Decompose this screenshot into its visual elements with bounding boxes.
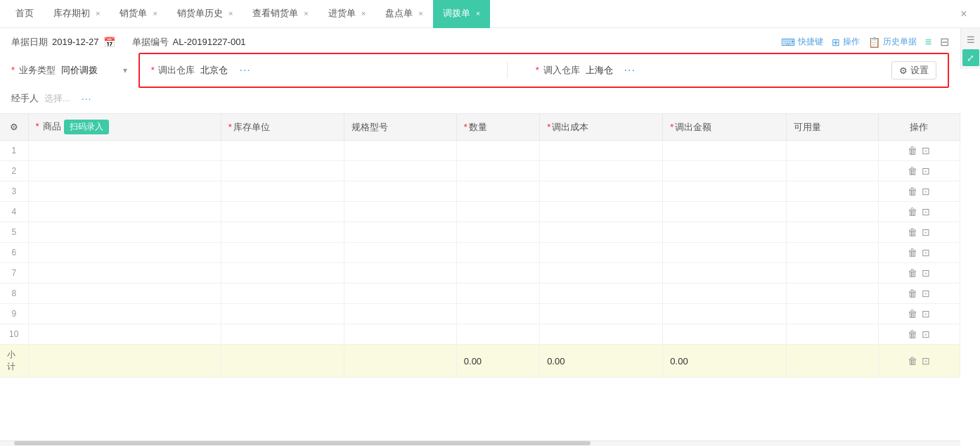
- qty-cell[interactable]: [456, 141, 539, 161]
- cost-cell[interactable]: [540, 304, 663, 324]
- warehouse-out-value[interactable]: 北京仓: [200, 64, 228, 77]
- cost-cell[interactable]: [540, 161, 663, 181]
- qty-cell[interactable]: [456, 181, 539, 202]
- unit-cell[interactable]: [221, 324, 344, 345]
- unit-cell[interactable]: [221, 181, 344, 202]
- unit-cell[interactable]: [221, 263, 344, 283]
- operator-select[interactable]: 选择...: [44, 92, 70, 105]
- product-cell[interactable]: [28, 283, 221, 304]
- qty-cell[interactable]: [456, 324, 539, 345]
- copy-icon[interactable]: ⊡: [922, 308, 930, 319]
- amount-cell[interactable]: [663, 222, 786, 243]
- tab-sales-close[interactable]: ×: [153, 9, 157, 18]
- dropdown-arrow-icon[interactable]: ▾: [123, 65, 127, 75]
- delete-icon[interactable]: 🗑: [908, 206, 917, 217]
- amount-cell[interactable]: [663, 283, 786, 304]
- shortcut-action[interactable]: ⌨ 快捷键: [781, 36, 823, 48]
- delete-icon[interactable]: 🗑: [908, 329, 917, 340]
- product-cell[interactable]: [28, 263, 221, 283]
- tab-inventory-init-close[interactable]: ×: [96, 9, 100, 18]
- copy-icon[interactable]: ⊡: [922, 227, 930, 238]
- delete-icon[interactable]: 🗑: [908, 267, 917, 279]
- qty-cell[interactable]: [456, 283, 539, 304]
- delete-icon[interactable]: 🗑: [908, 145, 917, 156]
- amount-cell[interactable]: [663, 324, 786, 345]
- operator-dots-button[interactable]: ···: [82, 93, 92, 104]
- spec-cell[interactable]: [344, 141, 457, 161]
- qty-cell[interactable]: [456, 202, 539, 222]
- tab-stocktake-close[interactable]: ×: [418, 9, 423, 18]
- spec-cell[interactable]: [344, 161, 457, 181]
- tab-sales-history[interactable]: 销货单历史 ×: [167, 0, 243, 28]
- qty-cell[interactable]: [456, 243, 539, 263]
- copy-icon[interactable]: ⊡: [922, 355, 930, 367]
- amount-cell[interactable]: [663, 161, 786, 181]
- tab-view-sales-close[interactable]: ×: [304, 9, 308, 18]
- cost-cell[interactable]: [540, 283, 663, 304]
- unit-cell[interactable]: [221, 243, 344, 263]
- business-type-value[interactable]: 同价调拨: [61, 64, 117, 77]
- tab-inventory-init[interactable]: 库存期初 ×: [44, 0, 110, 28]
- copy-icon[interactable]: ⊡: [922, 267, 930, 279]
- copy-icon[interactable]: ⊡: [922, 288, 930, 299]
- unit-cell[interactable]: [221, 202, 344, 222]
- amount-cell[interactable]: [663, 181, 786, 202]
- layout2-action[interactable]: ⊟: [940, 35, 949, 49]
- spec-cell[interactable]: [344, 243, 457, 263]
- delete-icon[interactable]: 🗑: [908, 308, 917, 319]
- settings-button[interactable]: ⚙ 设置: [891, 61, 936, 79]
- operation-action[interactable]: ⊞ 操作: [832, 36, 860, 48]
- tab-transfer-close[interactable]: ×: [476, 9, 480, 18]
- spec-cell[interactable]: [344, 304, 457, 324]
- unit-cell[interactable]: [221, 283, 344, 304]
- cost-cell[interactable]: [540, 243, 663, 263]
- product-cell[interactable]: [28, 304, 221, 324]
- warehouse-in-dots-button[interactable]: ···: [624, 64, 636, 77]
- spec-cell[interactable]: [344, 283, 457, 304]
- copy-icon[interactable]: ⊡: [922, 186, 930, 197]
- delete-icon[interactable]: 🗑: [908, 165, 917, 177]
- cost-cell[interactable]: [540, 141, 663, 161]
- horizontal-scrollbar[interactable]: [0, 440, 960, 446]
- tab-transfer[interactable]: 调拨单 ×: [433, 0, 490, 28]
- copy-icon[interactable]: ⊡: [922, 206, 930, 217]
- copy-icon[interactable]: ⊡: [922, 247, 930, 258]
- product-cell[interactable]: [28, 222, 221, 243]
- cost-cell[interactable]: [540, 222, 663, 243]
- cost-cell[interactable]: [540, 181, 663, 202]
- delete-icon[interactable]: 🗑: [908, 186, 917, 197]
- qty-cell[interactable]: [456, 304, 539, 324]
- th-gear[interactable]: ⚙: [0, 114, 28, 141]
- amount-cell[interactable]: [663, 202, 786, 222]
- warehouse-in-value[interactable]: 上海仓: [586, 64, 613, 77]
- amount-cell[interactable]: [663, 263, 786, 283]
- amount-cell[interactable]: [663, 141, 786, 161]
- layout1-action[interactable]: ≡: [925, 36, 931, 49]
- product-cell[interactable]: [28, 161, 221, 181]
- product-cell[interactable]: [28, 181, 221, 202]
- doc-date-value[interactable]: 2019-12-27: [52, 37, 99, 47]
- tab-view-sales[interactable]: 查看销货单 ×: [243, 0, 318, 28]
- unit-cell[interactable]: [221, 222, 344, 243]
- tab-sales[interactable]: 销货单 ×: [110, 0, 167, 28]
- spec-cell[interactable]: [344, 222, 457, 243]
- warehouse-out-dots-button[interactable]: ···: [239, 64, 250, 77]
- spec-cell[interactable]: [344, 181, 457, 202]
- unit-cell[interactable]: [221, 304, 344, 324]
- tab-purchase[interactable]: 进货单 ×: [318, 0, 375, 28]
- amount-cell[interactable]: [663, 243, 786, 263]
- delete-icon[interactable]: 🗑: [908, 355, 917, 367]
- panel-expand-button[interactable]: ⤢: [962, 49, 979, 66]
- delete-icon[interactable]: 🗑: [908, 247, 917, 258]
- history-action[interactable]: 📋 历史单据: [868, 36, 917, 48]
- product-cell[interactable]: [28, 141, 221, 161]
- qty-cell[interactable]: [456, 161, 539, 181]
- copy-icon[interactable]: ⊡: [922, 329, 930, 340]
- spec-cell[interactable]: [344, 324, 457, 345]
- cost-cell[interactable]: [540, 324, 663, 345]
- cost-cell[interactable]: [540, 263, 663, 283]
- product-cell[interactable]: [28, 243, 221, 263]
- product-cell[interactable]: [28, 324, 221, 345]
- spec-cell[interactable]: [344, 263, 457, 283]
- gear-icon[interactable]: ⚙: [10, 122, 18, 132]
